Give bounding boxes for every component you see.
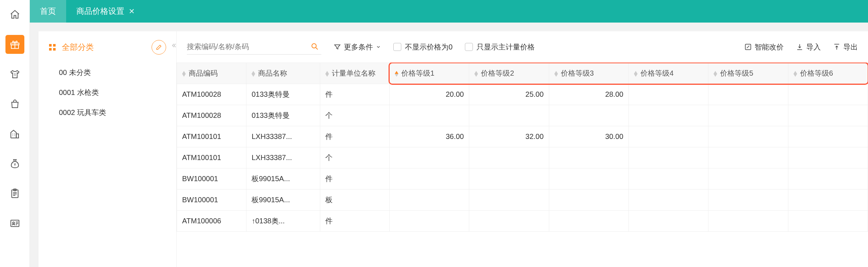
- table-row[interactable]: BW100001板99015A...件: [177, 168, 868, 190]
- cell-p2[interactable]: [469, 147, 549, 168]
- smart-reprice-button[interactable]: 智能改价: [744, 42, 784, 52]
- cell-p6[interactable]: [788, 211, 868, 232]
- top-tab-bar: 首页 商品价格设置 ✕: [30, 0, 868, 23]
- cell-p3[interactable]: [549, 211, 628, 232]
- cell-p6[interactable]: [788, 105, 868, 126]
- cell-code: ATM100028: [177, 84, 246, 105]
- checkbox-box: [393, 43, 401, 51]
- shirt-icon[interactable]: S: [5, 65, 24, 84]
- category-item[interactable]: 0002 玩具车类: [39, 103, 176, 123]
- building-icon[interactable]: [5, 124, 24, 143]
- cell-p3[interactable]: [549, 168, 628, 190]
- checkbox-box: [465, 43, 473, 51]
- funnel-icon: [334, 43, 341, 51]
- home-icon[interactable]: [5, 5, 24, 24]
- cell-p2[interactable]: [469, 211, 549, 232]
- cell-p5[interactable]: [708, 105, 788, 126]
- cell-p6[interactable]: [788, 168, 868, 190]
- category-panel: 全部分类 00 未分类0001 水枪类0002 玩具车类: [39, 31, 177, 267]
- cell-p3[interactable]: [549, 190, 628, 211]
- tab-product-price-settings[interactable]: 商品价格设置 ✕: [66, 0, 145, 23]
- category-item[interactable]: 0001 水枪类: [39, 83, 176, 103]
- cell-p4[interactable]: [628, 105, 708, 126]
- cell-unit: 板: [320, 190, 389, 211]
- svg-text:S: S: [14, 73, 16, 76]
- cell-p1[interactable]: 20.00: [389, 84, 469, 105]
- cell-code: BW100001: [177, 190, 246, 211]
- cell-p6[interactable]: [788, 126, 868, 147]
- collapse-panel-icon[interactable]: [170, 42, 177, 49]
- cell-p3[interactable]: 28.00: [549, 84, 628, 105]
- cell-code: ATM100028: [177, 105, 246, 126]
- svg-marker-14: [182, 71, 186, 74]
- cell-p6[interactable]: [788, 190, 868, 211]
- action-label: 导入: [806, 42, 821, 52]
- cell-p5[interactable]: [708, 147, 788, 168]
- money-bag-icon[interactable]: ¥: [5, 154, 24, 173]
- table-row[interactable]: BW100001板99015A...板: [177, 190, 868, 211]
- cell-p4[interactable]: [628, 126, 708, 147]
- table-row[interactable]: ATM1000280133奥特曼件20.0025.0028.00: [177, 84, 868, 105]
- tab-label: 首页: [40, 6, 56, 17]
- cell-p2[interactable]: [469, 168, 549, 190]
- cell-p6[interactable]: [788, 84, 868, 105]
- more-filters-label: 更多条件: [344, 42, 373, 52]
- cell-p3[interactable]: [549, 105, 628, 126]
- cell-p5[interactable]: [708, 211, 788, 232]
- column-header-code[interactable]: 商品编码: [177, 63, 246, 84]
- column-header-p4[interactable]: 价格等级4: [628, 63, 708, 84]
- import-button[interactable]: 导入: [796, 42, 821, 52]
- column-header-p6[interactable]: 价格等级6: [788, 63, 868, 84]
- cell-p3[interactable]: [549, 147, 628, 168]
- svg-marker-16: [252, 71, 255, 74]
- svg-rect-11: [53, 48, 56, 51]
- cell-p2[interactable]: 25.00: [469, 84, 549, 105]
- cell-p5[interactable]: [708, 190, 788, 211]
- category-item[interactable]: 00 未分类: [39, 63, 176, 83]
- search-icon[interactable]: [310, 42, 319, 51]
- export-icon: [833, 43, 840, 51]
- cell-p4[interactable]: [628, 211, 708, 232]
- close-icon[interactable]: ✕: [129, 7, 135, 16]
- cell-p1[interactable]: [389, 105, 469, 126]
- id-card-icon[interactable]: [5, 214, 24, 233]
- tab-home[interactable]: 首页: [30, 0, 66, 23]
- clipboard-icon[interactable]: [5, 184, 24, 203]
- cell-p4[interactable]: [628, 84, 708, 105]
- cell-p5[interactable]: [708, 84, 788, 105]
- cell-p4[interactable]: [628, 147, 708, 168]
- cell-p4[interactable]: [628, 190, 708, 211]
- column-header-unit[interactable]: 计量单位名称: [320, 63, 389, 84]
- column-header-p3[interactable]: 价格等级3: [549, 63, 628, 84]
- checkbox-main-unit-only[interactable]: 只显示主计量价格: [465, 42, 535, 52]
- column-header-name[interactable]: 商品名称: [246, 63, 320, 84]
- cell-p3[interactable]: 30.00: [549, 126, 628, 147]
- cell-p2[interactable]: [469, 105, 549, 126]
- cell-p1[interactable]: [389, 147, 469, 168]
- cell-p2[interactable]: 32.00: [469, 126, 549, 147]
- table-row[interactable]: ATM100101LXH33387...个: [177, 147, 868, 168]
- cell-p4[interactable]: [628, 168, 708, 190]
- cell-p5[interactable]: [708, 126, 788, 147]
- column-header-p1[interactable]: 价格等级1: [389, 63, 469, 84]
- table-row[interactable]: ATM100101LXH33387...件36.0032.0030.00: [177, 126, 868, 147]
- column-header-p2[interactable]: 价格等级2: [469, 63, 549, 84]
- cell-p2[interactable]: [469, 190, 549, 211]
- more-filters-button[interactable]: 更多条件: [334, 42, 381, 52]
- bag-icon[interactable]: [5, 95, 24, 113]
- cell-name: 0133奥特曼: [246, 105, 320, 126]
- cell-p1[interactable]: [389, 211, 469, 232]
- cell-p6[interactable]: [788, 147, 868, 168]
- search-input[interactable]: [187, 39, 321, 55]
- edit-category-button[interactable]: [152, 40, 166, 55]
- cell-p1[interactable]: [389, 168, 469, 190]
- checkbox-hide-zero-price[interactable]: 不显示价格为0: [393, 42, 453, 52]
- cell-p5[interactable]: [708, 168, 788, 190]
- cell-p1[interactable]: 36.00: [389, 126, 469, 147]
- gift-icon[interactable]: [5, 35, 24, 54]
- column-header-p5[interactable]: 价格等级5: [708, 63, 788, 84]
- cell-p1[interactable]: [389, 190, 469, 211]
- table-row[interactable]: ATM1000280133奥特曼个: [177, 105, 868, 126]
- table-row[interactable]: ATM100006↑0138奥...件: [177, 211, 868, 232]
- export-button[interactable]: 导出: [833, 42, 858, 52]
